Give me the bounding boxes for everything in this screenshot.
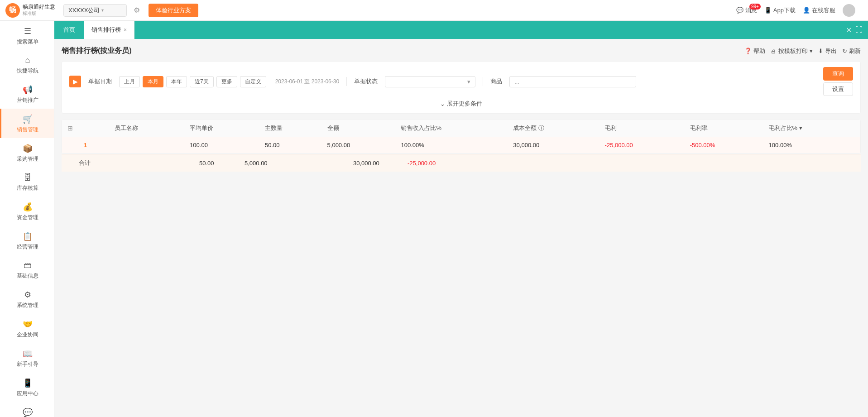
status-label: 单据状态 [354, 77, 378, 86]
sidebar-icon-basic: 🗃 [24, 261, 32, 270]
logo-area: 畅 畅康通好生意 标准版 [5, 3, 60, 18]
footer-qty: 50.00 [194, 160, 239, 167]
column-settings-icon[interactable]: ⊞ [67, 125, 73, 132]
td-gross-pct-0: 100.00% [763, 137, 860, 153]
th-rank [78, 120, 109, 137]
logo-title: 畅康通好生意 [23, 4, 55, 11]
sidebar-item-finance[interactable]: 💰 资金管理 [0, 197, 54, 226]
logo-text-area: 畅康通好生意 标准版 [23, 4, 55, 17]
sidebar-icon-wxwork: 💬 [23, 407, 33, 417]
sidebar-item-collab[interactable]: 🤝 企业协同 [0, 314, 54, 343]
date-label: 单据日期 [88, 77, 112, 86]
sidebar-item-basic[interactable]: 🗃 基础信息 [0, 255, 54, 284]
sidebar-icon-inventory: 🗄 [24, 173, 32, 182]
sidebar-icon-app: 📱 [23, 378, 33, 388]
goods-label: 商品 [490, 77, 502, 86]
tab-close-icon[interactable]: × [124, 27, 127, 33]
content-area: 首页 销售排行榜 × ✕ ⛶ 销售排行榜(按业务员) ❓ 帮助 [54, 21, 868, 417]
sidebar-item-quick[interactable]: ⌂ 快捷导航 [0, 50, 54, 79]
td-settings-0 [62, 137, 78, 153]
message-button[interactable]: 💬 消息 99+ [736, 6, 757, 14]
service-icon: 👤 [803, 7, 810, 14]
goods-placeholder: ... [514, 78, 631, 85]
query-button[interactable]: 查询 [823, 67, 853, 81]
sidebar-item-operation[interactable]: 📋 经营管理 [0, 226, 54, 255]
sidebar-item-wxwork[interactable]: 💬 企业微信 [0, 402, 54, 417]
status-chevron-icon: ▾ [467, 78, 470, 85]
print-button[interactable]: 🖨 按模板打印 ▾ [771, 47, 813, 55]
sidebar-item-app[interactable]: 📱 应用中心 [0, 373, 54, 402]
online-service-button[interactable]: 👤 在线客服 [803, 6, 835, 14]
sidebar-item-purchase[interactable]: 📦 采购管理 [0, 138, 54, 168]
sidebar-icon-operation: 📋 [23, 231, 33, 241]
print-label: 按模板打印 [778, 47, 808, 55]
download-icon: 📱 [764, 7, 772, 14]
sidebar-icon-search: ☰ [24, 26, 31, 36]
sidebar-item-system[interactable]: ⚙ 系统管理 [0, 284, 54, 314]
filter-row: ▶ 单据日期 上月 本月 本年 近7天 更多 自定义 2023-06-01 至 … [69, 67, 853, 96]
sidebar-label-collab: 企业协同 [17, 331, 38, 339]
help-label: 帮助 [753, 47, 765, 55]
trial-button[interactable]: 体验行业方案 [149, 4, 198, 17]
main-layout: ☰ 搜索菜单 ⌂ 快捷导航 📢 营销推广 🛒 销售管理 📦 采购管理 🗄 库存核… [0, 21, 868, 417]
td-rank-0: 1 [78, 137, 109, 153]
company-selector[interactable]: XXXXX公司 ▾ [63, 4, 127, 17]
tab-maximize-icon[interactable]: ⛶ [855, 26, 863, 34]
page-header: 销售排行榜(按业务员) ❓ 帮助 🖨 按模板打印 ▾ ⬇ 导出 [62, 46, 861, 56]
app-download-label: App下载 [773, 6, 796, 14]
settings-button[interactable]: 设置 [823, 82, 853, 96]
sidebar-item-marketing[interactable]: 📢 营销推广 [0, 79, 54, 109]
tab-close-window-icon[interactable]: ✕ [846, 26, 852, 34]
arrow-right-icon: ▶ [73, 78, 78, 85]
page-title: 销售排行榜(按业务员) [62, 46, 132, 56]
data-table: ⊞ 员工名称 平均单价 主数量 全额 销售收入占比% 成本全额 ⓘ 毛利 毛利率… [62, 120, 860, 153]
sidebar-label-sales: 销售管理 [17, 126, 38, 134]
td-amount-0: 5,000.00 [322, 137, 396, 153]
footer-gross: -25,000.00 [402, 160, 456, 167]
tab-home[interactable]: 首页 [54, 21, 84, 39]
date-btn-custom[interactable]: 自定义 [240, 76, 266, 87]
logo-icon: 畅 [5, 3, 20, 18]
print-icon: 🖨 [771, 48, 777, 54]
sidebar-icon-collab: 🤝 [23, 319, 33, 329]
online-service-label: 在线客服 [812, 6, 835, 14]
date-btn-last-month[interactable]: 上月 [119, 76, 140, 87]
page-actions: ❓ 帮助 🖨 按模板打印 ▾ ⬇ 导出 ↻ 刷新 [744, 47, 861, 55]
sidebar-icon-system: ⚙ [24, 290, 31, 300]
date-btn-more[interactable]: 更多 [216, 76, 237, 87]
query-settings-group: 查询 设置 [823, 67, 853, 96]
avatar[interactable] [843, 4, 855, 17]
refresh-button[interactable]: ↻ 刷新 [842, 47, 861, 55]
sidebar-item-sales[interactable]: 🛒 销售管理 [0, 109, 54, 138]
message-icon: 💬 [736, 7, 743, 14]
date-buttons: 上月 本月 本年 近7天 更多 自定义 [119, 76, 266, 87]
filter-divider-2 [483, 77, 483, 86]
date-btn-7days[interactable]: 近7天 [190, 76, 214, 87]
export-button[interactable]: ⬇ 导出 [818, 47, 837, 55]
message-badge: 99+ [749, 4, 761, 10]
sidebar-label-app: 应用中心 [17, 390, 38, 398]
sidebar-item-guide[interactable]: 📖 新手引导 [0, 343, 54, 373]
help-button[interactable]: ❓ 帮助 [744, 47, 765, 55]
sidebar-label-basic: 基础信息 [17, 272, 38, 280]
sidebar-item-search[interactable]: ☰ 搜索菜单 [0, 21, 54, 50]
settings-icon[interactable]: ⚙ [130, 4, 143, 17]
sidebar-label-purchase: 采购管理 [17, 155, 38, 163]
goods-input[interactable]: ... [509, 76, 636, 87]
th-amount: 全额 [322, 120, 396, 137]
date-btn-this-month[interactable]: 本月 [143, 76, 163, 87]
filter-collapse-btn[interactable]: ▶ [69, 76, 81, 87]
date-btn-this-year[interactable]: 本年 [166, 76, 187, 87]
tab-sales-ranking[interactable]: 销售排行榜 × [84, 21, 134, 39]
expand-more-button[interactable]: ⌄ 展开更多条件 [69, 100, 853, 108]
expand-chevron-icon: ⌄ [440, 101, 445, 107]
help-icon: ❓ [744, 48, 752, 54]
th-name: 员工名称 [109, 120, 184, 137]
sidebar-item-inventory[interactable]: 🗄 库存核算 [0, 168, 54, 197]
export-icon: ⬇ [818, 48, 823, 54]
filter-panel: ▶ 单据日期 上月 本月 本年 近7天 更多 自定义 2023-06-01 至 … [62, 61, 861, 114]
app-download-button[interactable]: 📱 App下载 [764, 6, 796, 14]
status-select[interactable]: ▾ [385, 76, 475, 87]
sidebar-icon-purchase: 📦 [23, 144, 33, 153]
logo-subtitle: 标准版 [23, 10, 55, 17]
